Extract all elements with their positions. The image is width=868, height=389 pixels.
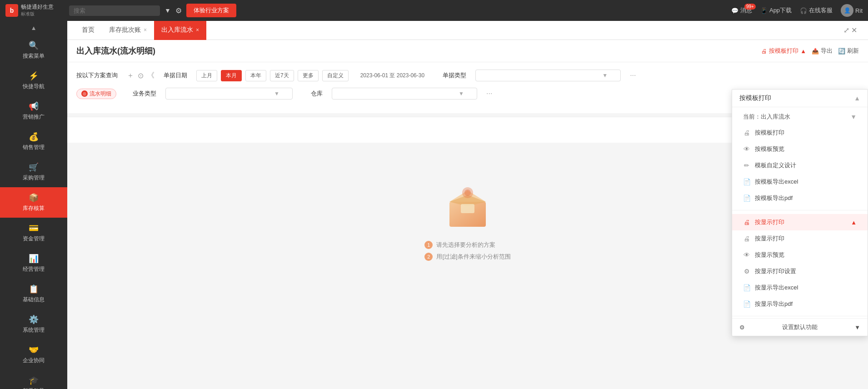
sidebar-item-sales[interactable]: 💰 销售管理 <box>0 126 67 157</box>
dropdown-item-customize-template[interactable]: ✏ 模板自定义设计 <box>732 157 868 174</box>
sidebar-scroll-up[interactable]: ▲ <box>0 21 67 35</box>
app-download-icon: 📱 <box>760 7 768 14</box>
pdf-icon-1: 📄 <box>743 194 750 202</box>
basic-icon: 📋 <box>29 284 39 294</box>
dropdown-item-label-excel2: 按显示导出excel <box>755 284 798 292</box>
search-dropdown-btn[interactable]: ▼ <box>165 7 171 14</box>
refresh-btn[interactable]: 🔄 刷新 <box>838 47 859 55</box>
dropdown-footer-chevron: ▼ <box>854 324 860 331</box>
print-icon: 🖨 <box>743 129 750 136</box>
dropdown-item-export-pdf-template[interactable]: 📄 按模板导出pdf <box>732 190 868 206</box>
message-btn[interactable]: 💬 消息 99+ <box>731 6 752 15</box>
dropdown-item-preview-display[interactable]: 👁 按显示预览 <box>732 247 868 263</box>
sidebar-item-inventory[interactable]: 📦 库存核算 <box>0 187 67 218</box>
inventory-icon: 📦 <box>29 193 39 203</box>
top-gear-btn[interactable]: ⚙ <box>175 6 182 15</box>
empty-tip-2: 2 用[过滤]条件来缩小分析范围 <box>424 253 510 261</box>
user-area[interactable]: 👤 Rit <box>841 4 863 17</box>
pdf-icon-2: 📄 <box>743 300 750 308</box>
filter-row-1: 按以下方案查询 ＋ ⊙ 《 单据日期 上月 本月 本年 近7天 更多 自定义 <box>76 70 859 81</box>
dropdown-collapse-btn[interactable]: ▲ <box>854 95 860 102</box>
business-type-label: 业务类型 <box>133 90 156 98</box>
dropdown-item-label-settings-display: 按显示打印设置 <box>755 267 796 275</box>
app-version: 标准版 <box>21 11 54 17</box>
dropdown-footer[interactable]: ⚙ 设置默认功能 ▼ <box>732 318 868 336</box>
dropdown-item-preview-template[interactable]: 👁 按模板预览 <box>732 141 868 157</box>
printer-icon: 🖨 <box>761 48 767 55</box>
tab-home-label: 首页 <box>82 26 95 34</box>
date-custom-btn[interactable]: 自定义 <box>322 70 349 81</box>
filter-collapse-arrow[interactable]: 《 <box>147 71 155 80</box>
warehouse-arrow: ▼ <box>459 90 464 97</box>
sidebar-item-system[interactable]: ⚙️ 系统管理 <box>0 309 67 339</box>
warehouse-label: 仓库 <box>311 90 323 98</box>
dropdown-item-export-excel-display[interactable]: 📄 按显示导出excel <box>732 279 868 296</box>
date-current-month-btn[interactable]: 本月 <box>221 70 242 81</box>
filter-tag-icon: ◎ <box>81 90 88 97</box>
sidebar-item-purchase[interactable]: 🛒 采购管理 <box>0 157 67 187</box>
business-type-select[interactable]: ▼ <box>165 88 293 100</box>
dropdown-item-export-pdf-display[interactable]: 📄 按显示导出pdf <box>732 296 868 312</box>
sidebar-item-search[interactable]: 🔍 搜索菜单 <box>0 35 67 65</box>
sidebar-item-label-marketing: 营销推广 <box>23 113 45 121</box>
sidebar-item-label-quick: 快捷导航 <box>23 83 45 90</box>
doc-type-select[interactable]: ▼ <box>475 70 621 81</box>
sidebar-item-label-system: 系统管理 <box>23 326 45 334</box>
sidebar-item-guide[interactable]: 🎓 新手引导 <box>0 370 67 389</box>
tip-num-2: 2 <box>424 253 433 261</box>
dropdown-item-export-excel-template[interactable]: 📄 按模板导出excel <box>732 174 868 190</box>
online-service-btn[interactable]: 🎧 在线客服 <box>800 6 833 15</box>
warehouse-select[interactable]: ▼ <box>332 88 477 100</box>
refresh-label: 刷新 <box>847 47 859 55</box>
search-icon: 🔍 <box>29 40 39 50</box>
tip-text-2: 用[过滤]条件来缩小分析范围 <box>436 253 510 261</box>
filter-scheme-tag[interactable]: ◎ 流水明细 <box>76 89 116 99</box>
export-btn[interactable]: 📤 导出 <box>812 47 833 55</box>
dropdown-title: 按模板打印 <box>739 94 771 102</box>
date-current-year-btn[interactable]: 本年 <box>245 70 266 81</box>
dropdown-section2-header[interactable]: 🖨 按显示打印 ▲ <box>732 214 868 230</box>
doc-type-more-btn[interactable]: ··· <box>630 71 636 80</box>
sidebar-item-basic[interactable]: 📋 基础信息 <box>0 279 67 309</box>
filter-add-btn[interactable]: ＋ <box>127 71 134 80</box>
print-display-icon: 🖨 <box>743 235 750 242</box>
marketing-icon: 📢 <box>29 101 39 111</box>
content-area: 首页 库存批次账 × 出入库流水 × ⤢ ✕ 出入库流水(流水明细) 🖨 按模板… <box>67 21 868 389</box>
app-download-btn[interactable]: 📱 App下载 <box>760 6 792 15</box>
tab-batch-account-close[interactable]: × <box>144 27 147 33</box>
edit-icon: ✏ <box>743 162 750 169</box>
page-title: 出入库流水(流水明细) <box>76 45 155 62</box>
tab-flow-close[interactable]: × <box>196 27 199 33</box>
excel-icon-2: 📄 <box>743 284 750 291</box>
empty-tip-1: 1 请先选择要分析的方案 <box>424 241 510 249</box>
date-last7-btn[interactable]: 近7天 <box>270 70 294 81</box>
sidebar-item-operations[interactable]: 📊 经营管理 <box>0 248 67 279</box>
date-more-btn[interactable]: 更多 <box>298 70 319 81</box>
dropdown-footer-icon: ⚙ <box>739 324 745 331</box>
dropdown-current-label: 当前：出入库流水 <box>743 113 790 121</box>
logo-icon: b <box>5 4 18 17</box>
dropdown-current-chevron[interactable]: ▼ <box>850 113 857 120</box>
sidebar-item-label-basic: 基础信息 <box>23 296 45 304</box>
sidebar-item-marketing[interactable]: 📢 营销推广 <box>0 96 67 126</box>
top-search-input[interactable] <box>69 5 160 16</box>
dropdown-item-print-settings-display[interactable]: ⚙ 按显示打印设置 <box>732 263 868 279</box>
sidebar-item-label-purchase: 采购管理 <box>23 174 45 182</box>
tab-maximize-btn[interactable]: ⤢ ✕ <box>840 26 861 35</box>
sidebar-item-quick-nav[interactable]: ⚡ 快捷导航 <box>0 65 67 96</box>
preview-icon: 👁 <box>743 145 750 153</box>
warehouse-more-btn[interactable]: ··· <box>486 90 492 98</box>
dropdown-item-print-template[interactable]: 🖨 按模板打印 <box>732 125 868 141</box>
tab-home[interactable]: 首页 <box>75 21 102 40</box>
print-template-btn[interactable]: 🖨 按模板打印 ▲ <box>761 47 806 55</box>
industry-btn[interactable]: 体验行业方案 <box>186 4 236 17</box>
tab-batch-account[interactable]: 库存批次账 × <box>102 21 154 40</box>
tab-flow[interactable]: 出入库流水 × <box>154 21 206 40</box>
sidebar-item-enterprise[interactable]: 🤝 企业协同 <box>0 339 67 370</box>
dropdown-item-print-display[interactable]: 🖨 按显示打印 <box>732 230 868 247</box>
logo-area: b 畅捷通好生意 标准版 <box>5 4 65 17</box>
date-prev-month-btn[interactable]: 上月 <box>196 70 217 81</box>
sidebar-item-finance[interactable]: 💳 资金管理 <box>0 218 67 248</box>
page-actions: 🖨 按模板打印 ▲ 📤 导出 🔄 刷新 <box>761 47 859 60</box>
filter-settings-btn[interactable]: ⊙ <box>138 71 144 80</box>
